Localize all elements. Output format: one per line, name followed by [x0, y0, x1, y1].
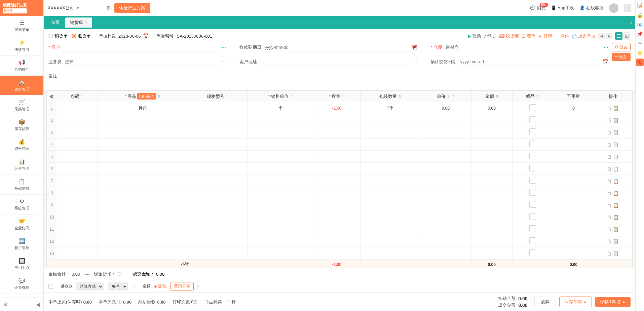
save-draft-btn[interactable]: 保存草稿 ▲ [559, 297, 592, 307]
arrears-info-icon[interactable]: ⓘ [117, 299, 122, 305]
collapse-icon[interactable]: ◀ [36, 301, 40, 308]
delete-icon[interactable]: 🗑 [607, 215, 612, 220]
gift-checkbox[interactable] [529, 177, 536, 184]
copy-icon[interactable]: 📋 [613, 154, 619, 159]
delete-icon[interactable]: 🗑 [607, 106, 612, 111]
online-service-btn[interactable]: 👤 在线客服 [579, 5, 604, 11]
gift-checkbox[interactable] [529, 141, 536, 147]
help-btn[interactable]: ? 帮助 [484, 33, 496, 39]
sidebar-item-guide[interactable]: 🆕 新手引导 [0, 234, 43, 254]
delete-icon[interactable]: 🗑 [607, 202, 612, 208]
copy-icon[interactable]: 📋 [613, 202, 619, 208]
note-input[interactable] [59, 72, 608, 80]
abandon-btn[interactable]: 放弃 [534, 297, 556, 307]
address-picker-icon[interactable]: ··· [413, 59, 417, 65]
customer-picker-icon[interactable]: ··· [222, 44, 226, 50]
th-settings[interactable]: ⚙ [47, 91, 57, 102]
sidebar-item-finance[interactable]: 💰 资金管理 [0, 135, 43, 155]
sidebar-item-purchase[interactable]: 🛒 采购管理 [0, 95, 43, 115]
customer-input[interactable] [62, 43, 218, 51]
gift-checkbox[interactable] [529, 249, 536, 256]
list-view-btn[interactable]: ☰ [615, 32, 622, 40]
payment-dots-icon[interactable]: ··· [132, 284, 137, 289]
add-payment-btn[interactable]: ● 添加 [154, 283, 167, 289]
gift-checkbox[interactable] [529, 153, 536, 159]
copy-icon[interactable]: 📋 [613, 190, 619, 196]
sidebar-item-operation[interactable]: 📊 经营管理 [0, 155, 43, 175]
customer-address-input[interactable] [259, 58, 409, 66]
cell-spec[interactable] [188, 102, 248, 114]
user-avatar[interactable] [609, 3, 618, 13]
payment-method-select[interactable]: 结算方式 [76, 282, 104, 290]
delete-icon[interactable]: 🗑 [607, 227, 612, 232]
sidebar-item-inventory[interactable]: 📦 库存核算 [0, 115, 43, 135]
salesperson-input[interactable] [64, 58, 218, 66]
tab-home[interactable]: 首页 [46, 17, 65, 28]
copy-icon[interactable]: 📋 [613, 251, 619, 256]
app-download-btn[interactable]: 📱 App下载 [551, 5, 574, 11]
cell-gift[interactable] [512, 102, 553, 114]
cell-unit[interactable]: 个 [248, 102, 313, 114]
expected-date-input[interactable] [459, 58, 600, 66]
expected-calendar-icon[interactable]: 📅 [603, 59, 608, 65]
copy-icon[interactable]: 📋 [613, 178, 619, 184]
shortcut-btn[interactable]: ⌨ 快捷键 [498, 33, 519, 39]
delete-icon[interactable]: 🗑 [607, 190, 612, 196]
logistics-btn[interactable]: + 物流 [612, 53, 631, 61]
settings-icon[interactable]: ⚙ [3, 301, 8, 308]
cell-pack-qty[interactable]: 1个 [360, 102, 420, 114]
collection-calendar-icon[interactable]: 📅 [411, 45, 417, 50]
message-btn[interactable]: 💬 消息 99+ [530, 5, 545, 11]
expense-btn[interactable]: 费用分摊 [170, 282, 194, 290]
grid-view-btn[interactable]: ⊞ [623, 32, 631, 40]
copy-icon[interactable]: 📋 [613, 166, 619, 171]
cell-unit-price[interactable]: 0.00 [420, 102, 471, 114]
right-panel-btn-3[interactable]: 📧 [636, 21, 644, 28]
radio-sales-label[interactable]: 销货单 [48, 33, 68, 39]
cell-quantity[interactable]: -1.00 [313, 102, 360, 114]
copy-icon[interactable]: 📋 [613, 227, 619, 232]
right-panel-btn-1[interactable]: 📝 [636, 2, 644, 9]
gift-checkbox[interactable] [529, 128, 536, 135]
collection-date-input[interactable] [263, 43, 409, 51]
delete-icon[interactable]: 🗑 [607, 154, 612, 159]
copy-icon[interactable]: 📋 [613, 130, 619, 135]
delete-icon[interactable]: 🗑 [607, 142, 612, 147]
video-btn[interactable]: ▶ 视频 [468, 33, 481, 39]
delete-icon[interactable]: 🗑 [607, 166, 612, 171]
close-all-tabs-btn[interactable]: × [630, 20, 633, 26]
right-panel-btn-2[interactable]: 🔒 [636, 11, 644, 19]
cell-barcode[interactable] [57, 102, 98, 114]
delete-icon[interactable]: 🗑 [607, 239, 612, 244]
gift-checkbox[interactable] [529, 225, 536, 232]
print-btn[interactable]: 🖨 打印 [538, 33, 552, 39]
sidebar-item-collab[interactable]: 🤝 企业协同 [0, 215, 43, 234]
user-avatar2[interactable] [624, 4, 631, 12]
settings-btn[interactable]: ⚙ 设置 [612, 43, 631, 51]
sidebar-item-search[interactable]: ☰ 搜索菜单 [0, 16, 43, 36]
tab-sales-order[interactable]: 销货单 × [65, 17, 92, 28]
gift-checkbox[interactable] [529, 104, 536, 111]
sidebar-item-system[interactable]: ⚙ 系统管理 [0, 195, 43, 215]
cell-amount[interactable]: 0.00 [471, 102, 512, 114]
copy-icon[interactable]: 📋 [613, 239, 619, 244]
company-selector[interactable]: XXXXXX公司 ▼ [48, 5, 102, 11]
gift-checkbox[interactable] [529, 237, 536, 244]
right-panel-btn-5[interactable]: ✏ [636, 40, 644, 47]
cell-product[interactable]: 拆员 [98, 102, 188, 114]
operate-btn[interactable]: ⋮ 操作 [555, 33, 569, 39]
copy-icon[interactable]: 📋 [613, 106, 619, 111]
delete-icon[interactable]: 🗑 [607, 118, 612, 123]
gift-checkbox[interactable] [529, 213, 536, 220]
radio-return-label[interactable]: 退货单 [72, 33, 91, 39]
settings-gear-icon[interactable]: ⚙ [106, 5, 111, 11]
payment-account-select[interactable]: 账号 [108, 282, 128, 290]
gift-checkbox[interactable] [529, 189, 536, 196]
save-new-btn[interactable]: 保存&新增 ▲ [595, 297, 631, 307]
history-btn[interactable]: 📄 历史单据 [572, 33, 596, 39]
sidebar-item-sales[interactable]: 🏠 销售管理 [0, 76, 43, 95]
sidebar-item-member[interactable]: 👤 畅会员 [0, 294, 43, 298]
choose-btn[interactable]: ☰ 选单 [522, 33, 535, 39]
sidebar-item-wechat[interactable]: 💬 企业微信 [0, 274, 43, 294]
copy-icon[interactable]: 📋 [613, 215, 619, 220]
